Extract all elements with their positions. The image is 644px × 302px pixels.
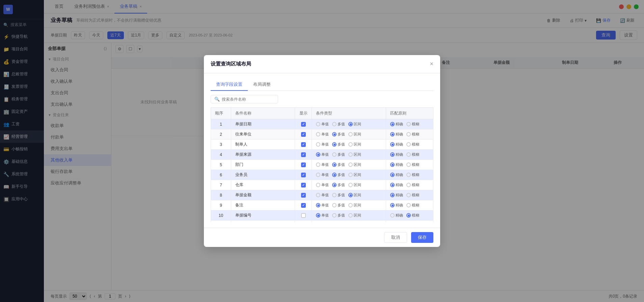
radio-type-多值-7[interactable]: 多值 <box>332 193 345 198</box>
radio-type-单值-9[interactable]: 单值 <box>316 213 329 218</box>
radio-type-区间-2[interactable]: 区间 <box>348 142 361 147</box>
checkbox-display-5[interactable]: ✓ <box>299 173 307 177</box>
radio-type-单值-6[interactable]: 单值 <box>316 182 329 187</box>
cell-display-4[interactable]: ✓ <box>295 160 312 170</box>
cell-display-8[interactable]: ✓ <box>295 200 312 210</box>
radio-type-单值-3[interactable]: 单值 <box>316 152 329 157</box>
radio-match-circle-精确-2[interactable] <box>390 142 395 147</box>
radio-circle-多值-4[interactable] <box>332 162 337 167</box>
modal-save-btn[interactable]: 保存 <box>411 232 433 243</box>
radio-match-circle-精确-0[interactable] <box>390 122 395 126</box>
radio-type-单值-7[interactable]: 单值 <box>316 193 329 198</box>
radio-circle-单值-8[interactable] <box>316 203 320 207</box>
radio-circle-多值-6[interactable] <box>332 183 337 187</box>
radio-match-模糊-6[interactable]: 模糊 <box>406 182 419 187</box>
radio-circle-多值-5[interactable] <box>332 173 337 177</box>
checkbox-display-3[interactable]: ✓ <box>299 152 307 157</box>
radio-circle-多值-2[interactable] <box>332 142 337 147</box>
cell-display-3[interactable]: ✓ <box>295 150 312 160</box>
cell-display-9[interactable] <box>295 210 312 221</box>
radio-circle-单值-6[interactable] <box>316 183 320 187</box>
radio-match-模糊-0[interactable]: 模糊 <box>406 122 419 127</box>
radio-match-模糊-1[interactable]: 模糊 <box>406 132 419 137</box>
radio-type-单值-0[interactable]: 单值 <box>316 122 329 127</box>
radio-match-精确-2[interactable]: 精确 <box>390 142 403 147</box>
radio-type-多值-5[interactable]: 多值 <box>332 172 345 177</box>
radio-match-circle-模糊-4[interactable] <box>406 162 411 167</box>
modal-close-btn[interactable]: × <box>430 60 433 68</box>
radio-circle-区间-5[interactable] <box>348 173 353 177</box>
radio-match-circle-精确-3[interactable] <box>390 152 395 157</box>
radio-match-精确-9[interactable]: 精确 <box>390 213 403 218</box>
radio-match-模糊-4[interactable]: 模糊 <box>406 162 419 167</box>
radio-match-circle-模糊-1[interactable] <box>406 132 411 136</box>
modal-search-input[interactable] <box>222 97 274 102</box>
checkbox-display-1[interactable]: ✓ <box>299 132 307 137</box>
checkbox-display-0[interactable]: ✓ <box>299 122 307 127</box>
radio-match-精确-3[interactable]: 精确 <box>390 152 403 157</box>
radio-type-区间-0[interactable]: 区间 <box>348 122 361 127</box>
radio-match-circle-模糊-0[interactable] <box>406 122 411 126</box>
radio-match-circle-模糊-5[interactable] <box>406 173 411 177</box>
tab-query-fields[interactable]: 查询字段设置 <box>211 79 248 91</box>
radio-circle-多值-0[interactable] <box>332 122 337 126</box>
radio-match-精确-5[interactable]: 精确 <box>390 172 403 177</box>
checkbox-display-9[interactable] <box>299 213 307 218</box>
radio-match-精确-8[interactable]: 精确 <box>390 203 403 208</box>
radio-circle-区间-6[interactable] <box>348 183 353 187</box>
radio-match-精确-7[interactable]: 精确 <box>390 193 403 198</box>
radio-match-circle-精确-5[interactable] <box>390 173 395 177</box>
radio-circle-多值-1[interactable] <box>332 132 337 136</box>
radio-match-circle-精确-7[interactable] <box>390 193 395 197</box>
radio-type-多值-9[interactable]: 多值 <box>332 213 345 218</box>
cell-display-2[interactable]: ✓ <box>295 140 312 150</box>
radio-circle-单值-0[interactable] <box>316 122 320 126</box>
radio-type-区间-7[interactable]: 区间 <box>348 193 361 198</box>
checkbox-display-4[interactable]: ✓ <box>299 162 307 167</box>
radio-match-模糊-8[interactable]: 模糊 <box>406 203 419 208</box>
radio-match-circle-精确-6[interactable] <box>390 183 395 187</box>
radio-circle-单值-2[interactable] <box>316 142 320 147</box>
radio-match-模糊-5[interactable]: 模糊 <box>406 172 419 177</box>
radio-circle-区间-2[interactable] <box>348 142 353 147</box>
radio-type-多值-0[interactable]: 多值 <box>332 122 345 127</box>
radio-match-circle-模糊-6[interactable] <box>406 183 411 187</box>
radio-match-circle-模糊-2[interactable] <box>406 142 411 147</box>
radio-match-circle-精确-4[interactable] <box>390 162 395 167</box>
radio-match-circle-模糊-3[interactable] <box>406 152 411 157</box>
radio-type-单值-5[interactable]: 单值 <box>316 172 329 177</box>
checkbox-display-2[interactable]: ✓ <box>299 142 307 147</box>
radio-type-区间-3[interactable]: 区间 <box>348 152 361 157</box>
radio-type-单值-1[interactable]: 单值 <box>316 132 329 137</box>
cell-display-5[interactable]: ✓ <box>295 170 312 180</box>
radio-match-精确-1[interactable]: 精确 <box>390 132 403 137</box>
radio-circle-区间-0[interactable] <box>348 122 353 126</box>
radio-circle-多值-3[interactable] <box>332 152 337 157</box>
radio-match-circle-精确-1[interactable] <box>390 132 395 136</box>
cancel-btn[interactable]: 取消 <box>384 232 407 243</box>
radio-type-多值-1[interactable]: 多值 <box>332 132 345 137</box>
radio-type-多值-4[interactable]: 多值 <box>332 162 345 167</box>
radio-type-多值-6[interactable]: 多值 <box>332 182 345 187</box>
radio-match-模糊-9[interactable]: 模糊 <box>406 213 419 218</box>
radio-match-circle-模糊-8[interactable] <box>406 203 411 207</box>
radio-match-模糊-7[interactable]: 模糊 <box>406 193 419 198</box>
radio-circle-单值-5[interactable] <box>316 173 320 177</box>
radio-type-区间-5[interactable]: 区间 <box>348 172 361 177</box>
radio-match-circle-精确-8[interactable] <box>390 203 395 207</box>
radio-type-多值-8[interactable]: 多值 <box>332 203 345 208</box>
radio-type-单值-2[interactable]: 单值 <box>316 142 329 147</box>
radio-circle-区间-9[interactable] <box>348 213 353 218</box>
radio-type-区间-8[interactable]: 区间 <box>348 203 361 208</box>
checkbox-display-6[interactable]: ✓ <box>299 183 307 187</box>
radio-circle-单值-7[interactable] <box>316 193 320 197</box>
cell-display-10[interactable] <box>295 221 312 223</box>
radio-type-单值-4[interactable]: 单值 <box>316 162 329 167</box>
cell-display-1[interactable]: ✓ <box>295 129 312 140</box>
radio-circle-区间-8[interactable] <box>348 203 353 207</box>
radio-match-circle-模糊-9[interactable] <box>406 213 411 218</box>
radio-type-单值-8[interactable]: 单值 <box>316 203 329 208</box>
radio-circle-区间-1[interactable] <box>348 132 353 136</box>
radio-match-精确-4[interactable]: 精确 <box>390 162 403 167</box>
radio-circle-多值-7[interactable] <box>332 193 337 197</box>
